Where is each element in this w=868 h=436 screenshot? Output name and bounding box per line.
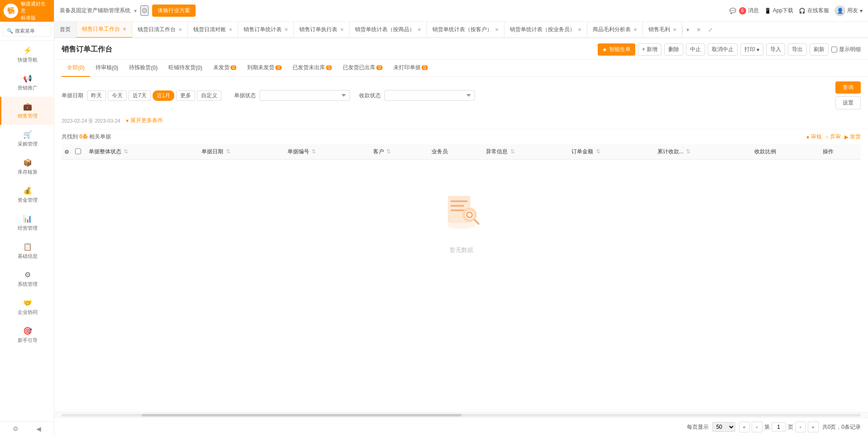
subtab-pending-review[interactable]: 待审核(0) xyxy=(90,60,124,77)
online-service-button[interactable]: 🎧 在线客服 xyxy=(799,7,829,14)
subtab-overdue-ship[interactable]: 到期未发货0 xyxy=(242,60,287,77)
user-menu[interactable]: 👤 用友 ▾ xyxy=(834,5,863,16)
tab-close-icon[interactable]: ✕ xyxy=(178,27,182,32)
subtab-all[interactable]: 全部(0) xyxy=(62,60,90,77)
status-filter-select[interactable] xyxy=(259,90,350,101)
sidebar-item-enterprise[interactable]: 🤝 企业协同 xyxy=(0,293,54,321)
export-button[interactable]: 导出 xyxy=(788,43,807,56)
tab-close-icon[interactable]: ✕ xyxy=(229,27,232,32)
search-menu-button[interactable]: 🔍 搜索菜单 xyxy=(3,25,51,37)
tab-close-icon[interactable]: ✕ xyxy=(417,27,421,32)
empty-text: 暂无数据 xyxy=(450,246,473,254)
batch-ship-button[interactable]: ▶ 发货 xyxy=(844,133,861,141)
show-detail-input[interactable] xyxy=(831,47,837,52)
tab-close-icon[interactable]: ✕ xyxy=(673,27,676,32)
horizontal-scrollbar[interactable] xyxy=(54,412,868,417)
print-button[interactable]: 打印 ▾ xyxy=(740,43,763,56)
smart-generate-button[interactable]: ★ 智能生单 xyxy=(598,43,635,56)
tab-close-icon[interactable]: ✕ xyxy=(495,27,499,32)
show-detail-checkbox[interactable]: 显示明细 xyxy=(831,46,861,53)
date-btn-yesterday[interactable]: 昨天 xyxy=(87,90,106,101)
column-settings-icon[interactable]: ⚙ xyxy=(64,149,69,155)
tab-cash-daily[interactable]: 钱货日清工作台 ✕ xyxy=(132,22,188,38)
message-button[interactable]: 💬 6 消息 xyxy=(729,7,759,14)
date-btn-more[interactable]: 更多 xyxy=(176,90,195,101)
sidebar-item-purchase[interactable]: 🛒 采购管理 xyxy=(0,125,54,153)
sort-icon[interactable]: ⇅ xyxy=(226,148,230,155)
tab-close-icon[interactable]: ✕ xyxy=(284,27,288,32)
sidebar-item-basic-info[interactable]: 📋 基础信息 xyxy=(0,237,54,265)
prev-page-button[interactable]: ‹ xyxy=(752,422,762,432)
payment-filter-select[interactable] xyxy=(384,90,475,101)
tab-sales-more[interactable]: 销售毛利 ✕ xyxy=(643,22,682,38)
date-btn-7days[interactable]: 近7天 xyxy=(129,90,151,101)
sidebar-item-newbie[interactable]: 🎯 新手引导 xyxy=(0,321,54,349)
tab-sales-stats-customer[interactable]: 销货单统计表（按客户） ✕ xyxy=(427,22,504,38)
subtab-shipped-out[interactable]: 已发货已出库0 xyxy=(337,60,388,77)
app-download-button[interactable]: 📱 App下载 xyxy=(764,7,793,14)
tab-close-all-button[interactable]: ✕ xyxy=(693,27,705,33)
tab-close-icon[interactable]: ✕ xyxy=(578,27,581,32)
sort-icon[interactable]: ⇅ xyxy=(510,148,515,155)
subtab-shipped-not-out[interactable]: 已发货未出库0 xyxy=(287,60,338,77)
next-page-button[interactable]: › xyxy=(795,422,806,432)
date-btn-1month[interactable]: 近1月 xyxy=(153,90,175,101)
subtab-pending-check[interactable]: 待拣验货(0) xyxy=(124,60,163,77)
select-all-checkbox[interactable] xyxy=(75,148,81,154)
basic-info-icon: 📋 xyxy=(23,242,32,251)
sidebar-item-marketing[interactable]: 📢 营销推广 xyxy=(0,69,54,97)
tab-expand-button[interactable]: ⤢ xyxy=(705,27,716,33)
subtab-not-shipped[interactable]: 未发货0 xyxy=(208,60,242,77)
sidebar-settings-button[interactable]: ⚙ xyxy=(13,425,19,432)
inventory-icon: 📦 xyxy=(23,158,32,167)
sidebar-item-sales[interactable]: 💼 销售管理 xyxy=(0,97,54,125)
date-btn-today[interactable]: 今天 xyxy=(108,90,127,101)
tab-gross-profit[interactable]: 商品毛利分析表 ✕ xyxy=(587,22,643,38)
subtab-wangpu-ship[interactable]: 旺铺待发货(0) xyxy=(163,60,208,77)
sidebar-item-operation[interactable]: 📊 经营管理 xyxy=(0,209,54,237)
last-page-button[interactable]: » xyxy=(808,422,819,432)
sort-icon[interactable]: ⇅ xyxy=(124,148,128,155)
batch-audit-button[interactable]: ● 审核 xyxy=(806,133,822,141)
date-btn-custom[interactable]: 自定义 xyxy=(197,90,221,101)
expand-filter-button[interactable]: ▾ 展开更多条件 xyxy=(126,117,163,124)
tab-sales-stats[interactable]: 销售订单统计表 ✕ xyxy=(238,22,294,38)
topbar-settings-button[interactable]: ⚙ xyxy=(140,5,149,16)
tab-home[interactable]: 首页 xyxy=(54,22,77,38)
per-page-select[interactable]: 50 20 100 xyxy=(712,422,735,432)
sort-icon[interactable]: ⇅ xyxy=(386,148,391,155)
add-button[interactable]: + 新增 xyxy=(638,43,662,56)
first-page-button[interactable]: « xyxy=(739,422,750,432)
tab-more-button[interactable]: ▾ xyxy=(682,27,693,33)
sidebar-item-finance[interactable]: 💰 资金管理 xyxy=(0,181,54,209)
tab-sales-workbench[interactable]: 销售订单工作台 ✕ xyxy=(77,22,132,38)
sidebar-item-inventory[interactable]: 📦 库存核算 xyxy=(0,153,54,181)
import-button[interactable]: 导入 xyxy=(766,43,785,56)
sidebar-item-quick-nav[interactable]: ⚡ 快捷导航 xyxy=(0,41,54,69)
sort-icon[interactable]: ⇅ xyxy=(312,148,316,155)
sidebar-item-system[interactable]: ⚙ 系统管理 xyxy=(0,265,54,293)
sidebar-collapse-button[interactable]: ◀ xyxy=(36,425,41,432)
refresh-button[interactable]: 刷新 xyxy=(810,43,829,56)
subtab-not-printed[interactable]: 未打印单据0 xyxy=(388,60,433,77)
page-actions: ★ 智能生单 + 新增 删除 中止 取消中止 打印 ▾ 导入 导出 刷新 xyxy=(598,43,861,56)
tab-cash-ledger[interactable]: 钱货日清对账 ✕ xyxy=(188,22,238,38)
scrollbar-thumb[interactable] xyxy=(142,414,461,417)
query-button[interactable]: 查询 xyxy=(835,81,861,94)
batch-cancel-audit-button[interactable]: ○ 弃审 xyxy=(825,133,841,141)
tab-sales-stats-staff[interactable]: 销货单统计表（按业务员） ✕ xyxy=(504,22,587,38)
tab-close-icon[interactable]: ✕ xyxy=(123,27,126,32)
tab-close-icon[interactable]: ✕ xyxy=(633,27,637,32)
filter-setting-button[interactable]: 设置 xyxy=(835,96,861,109)
tab-sales-stats-product[interactable]: 销货单统计表（按商品） ✕ xyxy=(350,22,427,38)
tab-close-icon[interactable]: ✕ xyxy=(340,27,344,32)
suspend-button[interactable]: 中止 xyxy=(686,43,705,56)
cancel-suspend-button[interactable]: 取消中止 xyxy=(708,43,738,56)
delete-button[interactable]: 删除 xyxy=(664,43,683,56)
industry-solution-button[interactable]: 体验行业方案 xyxy=(152,5,196,17)
newbie-icon: 🎯 xyxy=(23,327,32,335)
sort-icon[interactable]: ⇅ xyxy=(686,148,691,155)
sort-icon[interactable]: ⇅ xyxy=(596,148,600,155)
page-input[interactable] xyxy=(772,422,786,431)
tab-sales-exec[interactable]: 销售订单执行表 ✕ xyxy=(294,22,350,38)
